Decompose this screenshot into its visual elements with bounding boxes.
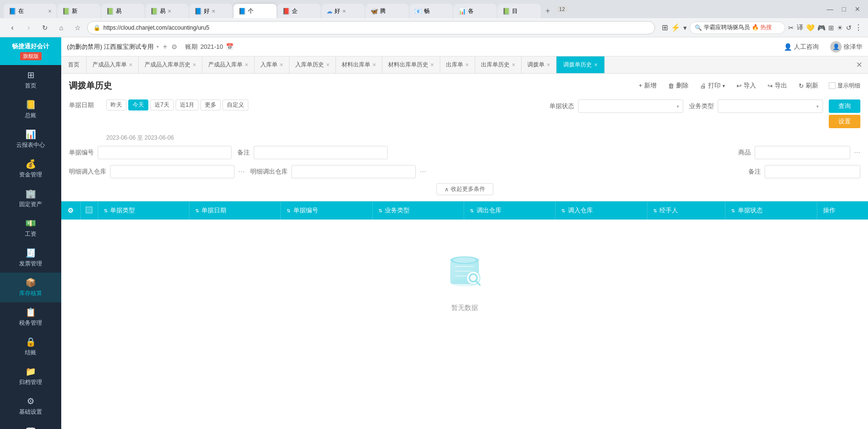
page-tab-transfer-history[interactable]: 调拨单历史 ✕: [556, 56, 605, 74]
detail-out-more-icon[interactable]: ···: [420, 167, 426, 176]
th-doc-status[interactable]: ⇅ 单据状态: [725, 201, 817, 220]
browser-tab-4[interactable]: 📗 易 ✕: [145, 4, 189, 18]
browser-tab-2[interactable]: 📗 新: [57, 4, 100, 18]
query-btn[interactable]: 查询: [829, 99, 860, 113]
close-tab-out-history[interactable]: ✕: [512, 62, 515, 67]
th-doc-date[interactable]: ⇅ 单据日期: [189, 201, 280, 220]
translate-icon[interactable]: 译: [797, 23, 803, 32]
add-company-btn[interactable]: +: [163, 43, 167, 51]
user-profile[interactable]: 👤 徐泽华: [830, 41, 862, 53]
th-checkbox[interactable]: [80, 201, 98, 220]
sidebar-item-guide[interactable]: 📖 新手引导: [0, 421, 61, 429]
biz-type-select[interactable]: ▾: [718, 99, 823, 113]
new-tab-btn[interactable]: +: [542, 4, 554, 18]
lightning-icon[interactable]: ⚡: [671, 23, 680, 32]
date-btn-7days[interactable]: 近7天: [150, 99, 174, 110]
delete-btn[interactable]: 🗑 删除: [663, 79, 693, 92]
page-tab-material-out-history[interactable]: 材料出库单历史 ✕: [382, 56, 440, 74]
page-tab-home[interactable]: 首页: [61, 56, 87, 74]
date-btn-more[interactable]: 更多: [200, 99, 221, 110]
company-settings-btn[interactable]: ⚙: [171, 43, 178, 51]
grid-icon[interactable]: ⊞: [662, 23, 668, 32]
back-btn[interactable]: ‹: [6, 21, 19, 34]
wallet-icon[interactable]: 💛: [806, 24, 814, 32]
close-tab-stock-in[interactable]: ✕: [279, 62, 283, 67]
sidebar-item-ledger[interactable]: 📒 总账: [0, 95, 61, 124]
date-btn-custom[interactable]: 自定义: [223, 99, 248, 110]
home-nav-btn[interactable]: ⌂: [55, 21, 68, 34]
sidebar-item-report[interactable]: 📊 云报表中心: [0, 124, 61, 154]
th-doc-number[interactable]: ⇅ 单据编号: [281, 201, 372, 220]
sidebar-item-invoice[interactable]: 🧾 发票管理: [0, 243, 61, 273]
sidebar-item-fixed[interactable]: 🏢 固定资产: [0, 184, 61, 213]
scissors-icon[interactable]: ✂: [788, 24, 794, 32]
goods-more-icon[interactable]: ···: [854, 148, 860, 157]
close-tab-material-out[interactable]: ✕: [372, 62, 376, 67]
refresh-nav-btn[interactable]: ↻: [38, 21, 52, 34]
remark-input[interactable]: [254, 146, 388, 159]
sidebar-item-capital[interactable]: 💰 资金管理: [0, 154, 61, 184]
close-tab-material-out-history[interactable]: ✕: [430, 62, 434, 67]
sidebar-item-closing[interactable]: 🔒 结账: [0, 332, 61, 362]
maximize-btn[interactable]: □: [838, 5, 850, 13]
checkbox[interactable]: [829, 82, 835, 89]
th-doc-type[interactable]: ⇅ 单据类型: [98, 201, 189, 220]
page-tab-product-in[interactable]: 产成品入库单 ✕: [87, 56, 139, 74]
browser-tab-8[interactable]: ☁ 好 ✕: [322, 4, 365, 18]
th-handler[interactable]: ⇅ 经手人: [647, 201, 725, 220]
filter-remark-input[interactable]: [765, 165, 860, 178]
browser-tab-11[interactable]: 📊 各: [454, 4, 497, 18]
more-icon[interactable]: ⋮: [855, 23, 862, 32]
undo-icon[interactable]: ↺: [846, 24, 852, 32]
tab-close-8[interactable]: ✕: [342, 9, 346, 14]
page-tab-product-in-history[interactable]: 产成品入库单历史 ✕: [139, 56, 202, 74]
print-btn[interactable]: 🖨 打印 ▾: [695, 79, 730, 92]
page-tab-transfer[interactable]: 调拨单 ✕: [522, 56, 556, 74]
bookmark-btn[interactable]: ☆: [71, 21, 84, 34]
appearance-icon[interactable]: ☀: [837, 24, 843, 32]
date-btn-today[interactable]: 今天: [128, 99, 148, 110]
sidebar-item-wages[interactable]: 💵 工资: [0, 213, 61, 243]
doc-number-input[interactable]: [98, 146, 232, 159]
close-tab-transfer-history[interactable]: ✕: [594, 62, 598, 67]
sidebar-item-home[interactable]: ⊞ 首页: [0, 65, 61, 95]
detail-in-warehouse-input[interactable]: [110, 165, 234, 178]
filter-settings-btn[interactable]: 设置: [829, 115, 860, 128]
close-tab-product-in2[interactable]: ✕: [245, 62, 248, 67]
browser-tab-6[interactable]: 📘 个: [234, 4, 277, 18]
date-btn-1month[interactable]: 近1月: [176, 99, 199, 110]
date-btn-yesterday[interactable]: 昨天: [106, 99, 126, 110]
browser-tab-3[interactable]: 📗 易: [101, 4, 145, 18]
th-transfer-in[interactable]: ⇅ 调入仓库: [556, 201, 647, 220]
tab-close-4[interactable]: ✕: [167, 9, 171, 14]
search-bar[interactable]: 🔍 学霸应聘场驱鸟员 🔥 热搜: [690, 22, 785, 34]
refresh-btn[interactable]: ↻ 刷新: [794, 79, 823, 92]
user-service[interactable]: 👤 人工咨询: [784, 43, 819, 51]
page-tab-out-history[interactable]: 出库单历史 ✕: [475, 56, 522, 74]
page-tab-material-out[interactable]: 材料出库单 ✕: [336, 56, 382, 74]
forward-btn[interactable]: ›: [22, 21, 35, 34]
minimize-btn[interactable]: —: [823, 5, 837, 13]
import-btn[interactable]: ↩ 导入: [732, 79, 761, 92]
company-selector[interactable]: (勿删勿禁用) 江西服宝测试专用 ▾: [67, 43, 159, 51]
apps-icon[interactable]: ⊞: [828, 24, 834, 32]
sidebar-item-tax[interactable]: 📋 税务管理: [0, 302, 61, 332]
close-tab-product-in-history[interactable]: ✕: [192, 62, 196, 67]
browser-tab-5[interactable]: 📘 好 ✕: [189, 4, 233, 18]
page-tab-stock-in[interactable]: 入库单 ✕: [255, 56, 289, 74]
browser-tab-9[interactable]: 🦋 腾: [366, 4, 409, 18]
sidebar-item-settings[interactable]: ⚙ 基础设置: [0, 391, 61, 421]
sidebar-item-inventory[interactable]: 📦 库存核算: [0, 273, 61, 302]
browser-tab[interactable]: 📘 在 ✕: [4, 4, 56, 18]
th-biz-type[interactable]: ⇅ 业务类型: [372, 201, 464, 220]
page-tab-product-in2[interactable]: 产成品入库单 ✕: [202, 56, 255, 74]
close-tab-product-in[interactable]: ✕: [129, 62, 133, 67]
tab-close-icon[interactable]: ✕: [48, 9, 52, 14]
dropdown-icon[interactable]: ▾: [683, 24, 687, 32]
close-btn[interactable]: ✕: [851, 5, 864, 13]
detail-out-warehouse-input[interactable]: [291, 165, 416, 178]
th-gear[interactable]: ⚙: [61, 201, 80, 220]
browser-tab-7[interactable]: 📕 企: [278, 4, 321, 18]
sidebar-item-archive[interactable]: 📁 归档管理: [0, 362, 61, 391]
address-bar[interactable]: 🔒 https://cloud.chanjet.com/accounting/u…: [87, 21, 655, 34]
